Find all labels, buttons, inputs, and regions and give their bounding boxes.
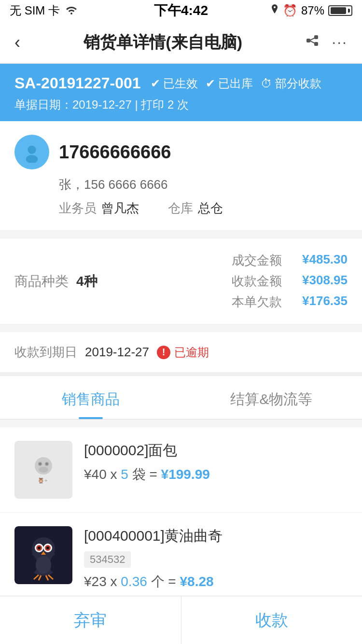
status-bar-left: 无 SIM 卡 xyxy=(10,3,78,18)
location-icon xyxy=(270,4,279,17)
product-list: 🦉+ [0000002]面包 ¥40 x 5 袋 = ¥199.99 xyxy=(0,427,362,605)
order-header: SA-20191227-001 ✔ 已生效 ✔ 已出库 ⏱ 部分收款 单据日期：… xyxy=(0,64,362,121)
svg-rect-2 xyxy=(306,39,310,42)
category-label: 商品种类 xyxy=(14,272,69,291)
customer-account: 17666666666 xyxy=(59,142,171,163)
share-icon[interactable] xyxy=(306,33,320,51)
product-item-cookies: [000400001]黄油曲奇 534532 ¥23 x 0.36 个 = ¥8… xyxy=(0,513,362,605)
customer-section: 17666666666 张，156 6666 6666 业务员 曾凡杰 仓库 总… xyxy=(0,121,362,231)
tab-settlement-label: 结算&物流等 xyxy=(230,391,312,407)
received-amount-row: 收款金额 ¥308.95 xyxy=(232,273,348,290)
svg-point-21 xyxy=(38,546,41,549)
tab-settlement[interactable]: 结算&物流等 xyxy=(181,376,362,419)
customer-meta: 业务员 曾凡杰 仓库 总仓 xyxy=(14,200,348,217)
svg-point-26 xyxy=(36,556,51,574)
svg-point-22 xyxy=(46,546,49,549)
svg-point-10 xyxy=(39,462,42,465)
bread-name: [0000002]面包 xyxy=(84,441,348,461)
deal-label: 成交金额 xyxy=(232,252,282,269)
nav-bar: ‹ 销货单详情(来自电脑) ··· xyxy=(0,21,362,64)
owed-value: ¥176.35 xyxy=(290,294,348,310)
tab-sales-products[interactable]: 销售商品 xyxy=(0,376,181,419)
svg-rect-1 xyxy=(314,42,318,46)
summary-right: 成交金额 ¥485.30 收款金额 ¥308.95 本单欠款 ¥176.35 xyxy=(232,252,348,310)
tabs-container: 销售商品 结算&物流等 xyxy=(0,376,362,420)
summary-section: 商品种类 4种 成交金额 ¥485.30 收款金额 ¥308.95 本单欠款 ¥… xyxy=(0,238,362,324)
product-item-bread: 🦉+ [0000002]面包 ¥40 x 5 袋 = ¥199.99 xyxy=(0,427,362,513)
owed-label: 本单欠款 xyxy=(232,294,282,310)
svg-rect-0 xyxy=(314,35,318,39)
tab-sales-label: 销售商品 xyxy=(62,391,120,407)
deal-amount-row: 成交金额 ¥485.30 xyxy=(232,252,348,269)
svg-text:🦉+: 🦉+ xyxy=(38,477,47,484)
svg-point-11 xyxy=(45,462,48,465)
salesperson-item: 业务员 曾凡杰 xyxy=(59,200,139,217)
carrier-text: 无 SIM 卡 xyxy=(10,3,60,18)
cancel-button[interactable]: 弃审 xyxy=(0,596,181,644)
warehouse-label: 仓库 xyxy=(168,200,193,217)
summary-left: 商品种类 4种 xyxy=(14,252,97,310)
product-thumb-bread: 🦉+ xyxy=(14,441,72,499)
nav-actions: ··· xyxy=(306,33,348,51)
deal-value: ¥485.30 xyxy=(290,252,348,269)
clock-icon: ⏱ xyxy=(261,77,272,90)
alarm-icon: ⏰ xyxy=(283,4,297,17)
bread-price: ¥40 x 5 袋 = ¥199.99 xyxy=(84,465,348,484)
status-badge-effective: ✔ 已生效 xyxy=(151,76,198,91)
bottom-bar: 弃审 收款 xyxy=(0,596,362,644)
customer-contact: 张，156 6666 6666 xyxy=(14,176,348,193)
category-count: 4种 xyxy=(76,272,97,291)
product-thumb-cookies xyxy=(14,526,72,584)
order-id: SA-20191227-001 xyxy=(14,74,141,92)
avatar xyxy=(14,135,49,169)
status-bar: 无 SIM 卡 下午4:42 ⏰ 87% xyxy=(0,0,362,21)
wifi-icon xyxy=(65,4,78,17)
svg-point-12 xyxy=(39,467,48,473)
overdue-icon: ! xyxy=(157,346,170,359)
cookies-info: [000400001]黄油曲奇 534532 ¥23 x 0.36 个 = ¥8… xyxy=(84,526,348,591)
status-badges: ✔ 已生效 ✔ 已出库 ⏱ 部分收款 xyxy=(151,76,321,91)
bread-placeholder-image: 🦉+ xyxy=(14,441,72,499)
status-badge-partial: ⏱ 部分收款 xyxy=(261,76,321,91)
status-bar-time: 下午4:42 xyxy=(154,1,208,20)
back-button[interactable]: ‹ xyxy=(14,32,20,53)
cookies-batch: 534532 xyxy=(84,551,131,568)
due-section: 收款到期日 2019-12-27 ! 已逾期 xyxy=(0,332,362,376)
battery-indicator xyxy=(328,5,352,16)
cookies-image xyxy=(14,526,72,584)
check-icon-2: ✔ xyxy=(206,77,215,90)
due-label: 收款到期日 xyxy=(14,344,77,361)
order-meta: 单据日期：2019-12-27 | 打印 2 次 xyxy=(14,97,348,112)
status-badge-shipped: ✔ 已出库 xyxy=(206,76,253,91)
status-bar-right: ⏰ 87% xyxy=(270,4,352,17)
cookies-name: [000400001]黄油曲奇 xyxy=(84,526,348,546)
more-icon[interactable]: ··· xyxy=(332,33,348,51)
confirm-button[interactable]: 收款 xyxy=(181,596,362,644)
cookies-price: ¥23 x 0.36 个 = ¥8.28 xyxy=(84,573,348,591)
warehouse-item: 仓库 总仓 xyxy=(168,200,223,217)
salesperson-value: 曾凡杰 xyxy=(101,200,139,217)
due-date: 2019-12-27 xyxy=(85,345,149,360)
warehouse-value: 总仓 xyxy=(198,200,223,217)
received-label: 收款金额 xyxy=(232,273,282,290)
overdue-badge: ! 已逾期 xyxy=(157,345,209,360)
salesperson-label: 业务员 xyxy=(59,200,97,217)
received-value: ¥308.95 xyxy=(290,273,348,290)
overdue-text: 已逾期 xyxy=(174,345,209,360)
owed-amount-row: 本单欠款 ¥176.35 xyxy=(232,294,348,310)
page-title: 销货单详情(来自电脑) xyxy=(20,31,306,54)
svg-point-4 xyxy=(28,146,36,154)
check-icon-1: ✔ xyxy=(151,77,160,90)
battery-text: 87% xyxy=(301,4,324,17)
bread-info: [0000002]面包 ¥40 x 5 袋 = ¥199.99 xyxy=(84,441,348,484)
